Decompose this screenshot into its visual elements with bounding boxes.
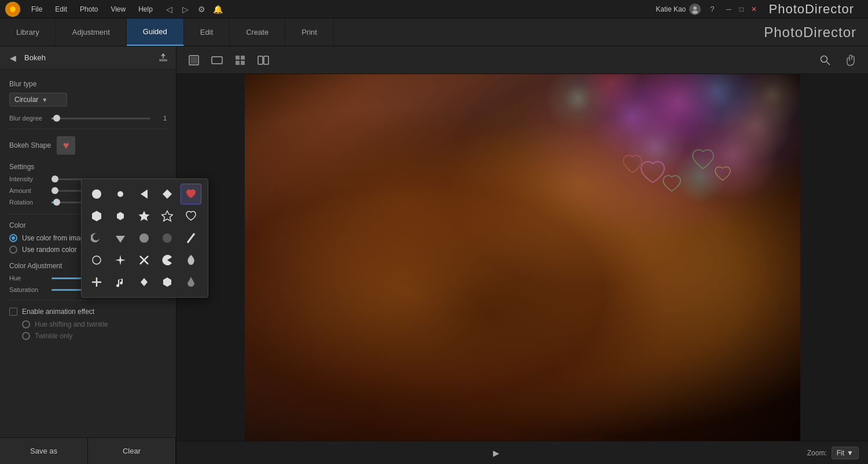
shape-hexagon-xs[interactable] [157, 272, 178, 293]
svg-rect-29 [241, 56, 245, 60]
divider-3 [9, 300, 167, 301]
shape-pac-man[interactable] [157, 250, 178, 271]
nav-brand: PhotoDirector [764, 24, 856, 41]
shape-hexagon-lg[interactable] [86, 206, 107, 226]
menu-edit[interactable]: Edit [49, 3, 73, 15]
view-grid-button[interactable] [230, 51, 251, 70]
amount-thumb[interactable] [52, 187, 58, 194]
tab-library[interactable]: Library [0, 19, 56, 46]
menu-help[interactable]: Help [133, 3, 159, 15]
rotation-thumb[interactable] [53, 199, 60, 206]
svg-point-6 [92, 189, 101, 199]
zoom-dropdown[interactable]: Fit ▼ [832, 447, 859, 459]
shape-diamond-sm[interactable] [134, 272, 155, 293]
settings-label: Settings [9, 163, 167, 171]
use-random-color-label: Use random color [22, 246, 77, 254]
svg-line-35 [827, 61, 830, 65]
blur-degree-thumb[interactable] [53, 115, 60, 122]
panel-export-button[interactable] [156, 51, 170, 65]
redo-button[interactable]: ▷ [179, 3, 192, 16]
intensity-thumb[interactable] [52, 176, 58, 182]
twinkle-only-row: Twinkle only [9, 332, 167, 340]
shape-circle-gray[interactable] [134, 228, 155, 249]
zoom-label: Zoom: [807, 449, 827, 457]
shape-heart-outline[interactable] [181, 206, 201, 226]
tab-guided[interactable]: Guided [127, 19, 184, 46]
clear-button[interactable]: Clear [88, 438, 176, 464]
view-compare-button[interactable] [253, 51, 274, 70]
hue-shifting-radio[interactable] [22, 320, 30, 328]
intensity-label: Intensity [9, 176, 47, 182]
notifications-button[interactable]: 🔔 [212, 3, 225, 16]
shape-hexagon-sm[interactable] [110, 206, 131, 226]
hue-label: Hue [9, 275, 47, 282]
svg-marker-10 [92, 211, 101, 221]
svg-marker-8 [141, 189, 148, 199]
svg-rect-31 [241, 61, 245, 65]
menu-photo[interactable]: Photo [74, 3, 104, 15]
app-logo [5, 1, 21, 17]
close-button[interactable]: ✕ [749, 4, 759, 14]
panel-header: ◀ Bokeh [0, 46, 176, 70]
help-button[interactable]: ? [710, 5, 714, 13]
minimize-button[interactable]: ─ [723, 4, 734, 14]
shape-star-filled[interactable] [134, 206, 155, 226]
view-single-button[interactable] [183, 51, 204, 70]
shape-circle-sm[interactable] [110, 184, 131, 204]
tab-print[interactable]: Print [285, 19, 334, 46]
shape-star-outline[interactable] [157, 206, 178, 226]
app-title: PhotoDirector [768, 2, 854, 17]
user-avatar[interactable] [689, 3, 701, 15]
shape-music-note[interactable] [110, 272, 131, 293]
use-color-from-image-label: Use color from image [22, 234, 88, 242]
view-fit-button[interactable] [207, 51, 227, 70]
menu-view[interactable]: View [105, 3, 131, 15]
shape-line-diagonal[interactable] [181, 228, 201, 249]
shape-plus[interactable] [86, 272, 107, 293]
svg-rect-5 [159, 59, 167, 61]
blur-type-dropdown[interactable]: Circular ▼ [9, 93, 67, 107]
shape-petal[interactable] [181, 250, 201, 271]
hand-tool-button[interactable] [840, 51, 861, 70]
twinkle-only-radio[interactable] [22, 332, 30, 340]
shape-heart-filled[interactable] [181, 184, 201, 204]
rotation-label: Rotation [9, 199, 47, 206]
maximize-button[interactable]: □ [736, 4, 746, 14]
bokeh-shape-preview[interactable]: ♥ [57, 136, 75, 155]
use-random-color-radio[interactable] [9, 246, 17, 254]
svg-rect-28 [236, 56, 240, 60]
shape-circle[interactable] [86, 184, 107, 204]
zoom-controls: Zoom: Fit ▼ [807, 447, 859, 459]
svg-point-4 [692, 10, 698, 14]
tab-edit[interactable]: Edit [184, 19, 230, 46]
svg-rect-33 [264, 56, 269, 64]
navbar: Library Adjustment Guided Edit Create Pr… [0, 19, 868, 46]
tab-create[interactable]: Create [230, 19, 285, 46]
shape-cross-x[interactable] [134, 250, 155, 271]
enable-animation-checkbox[interactable] [9, 308, 17, 316]
panel-title: Bokeh [20, 53, 156, 62]
tab-adjustment[interactable]: Adjustment [56, 19, 127, 46]
menu-file[interactable]: File [25, 3, 48, 15]
blur-type-label: Blur type [9, 80, 167, 88]
shape-triangle-left[interactable] [134, 184, 155, 204]
play-button[interactable]: ▶ [488, 445, 505, 461]
panel-back-button[interactable]: ◀ [6, 51, 20, 65]
zoom-button[interactable] [815, 51, 836, 70]
shape-circle-outline[interactable] [86, 250, 107, 271]
blur-degree-slider[interactable] [52, 118, 150, 119]
use-color-from-image-radio[interactable] [9, 234, 17, 242]
shape-diamond[interactable] [157, 184, 178, 204]
shape-crescent[interactable] [86, 228, 107, 249]
shape-arrow-down[interactable] [110, 228, 131, 249]
hue-shifting-label: Hue shifting and twinkle [35, 320, 108, 328]
settings-button[interactable]: ⚙ [196, 3, 208, 16]
blur-type-value: Circular [14, 96, 38, 104]
svg-line-17 [187, 233, 194, 243]
shape-circle-dark[interactable] [157, 228, 178, 249]
svg-point-3 [693, 6, 697, 10]
undo-button[interactable]: ◁ [163, 3, 176, 16]
save-as-button[interactable]: Save as [0, 438, 88, 464]
shape-sparkle[interactable] [110, 250, 131, 271]
shape-drop[interactable] [181, 272, 201, 293]
